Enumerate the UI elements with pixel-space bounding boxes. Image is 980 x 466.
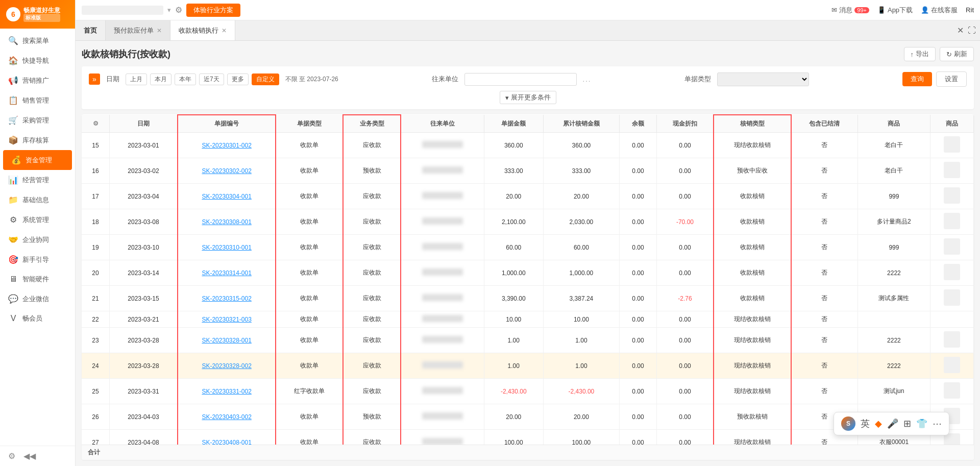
ft-dot-icon[interactable]: ◆ <box>875 418 882 429</box>
collapse-icon[interactable]: ◀◀ <box>23 451 36 461</box>
dropdown-icon[interactable]: ▾ <box>167 6 171 14</box>
date-7-days[interactable]: 近7天 <box>199 73 224 85</box>
sidebar-icon-4: 🛒 <box>8 115 18 125</box>
refresh-button[interactable]: ↻ 刷新 <box>940 47 974 61</box>
td-doc-no[interactable]: SK-20230308-001 <box>178 209 276 235</box>
sidebar-item-0[interactable]: 🔍搜索菜单 <box>0 31 75 51</box>
th-biz-type[interactable]: 业务类型 <box>343 115 401 133</box>
th-product[interactable]: 商品 <box>858 115 930 133</box>
td-doc-no[interactable]: SK-20230328-001 <box>178 328 276 353</box>
sidebar-item-7[interactable]: 📊经营管理 <box>0 170 75 190</box>
td-product: 测试jun <box>858 379 930 404</box>
td-product: 老白干 <box>858 133 930 158</box>
tab-prepayment-close[interactable]: ✕ <box>157 27 162 34</box>
messages-badge: 99+ <box>854 7 869 13</box>
ft-dots-icon[interactable]: ⋯ <box>933 418 942 429</box>
td-no: 21 <box>82 286 110 311</box>
th-balance[interactable]: 余额 <box>620 115 656 133</box>
sidebar-item-3[interactable]: 📋销售管理 <box>0 90 75 110</box>
online-service-button[interactable]: 👤 在线客服 <box>921 6 958 15</box>
td-biz-type: 应收款 <box>343 209 401 235</box>
sidebar-label-6: 资金管理 <box>26 156 52 165</box>
sidebar-item-10[interactable]: 🤝企业协同 <box>0 230 75 250</box>
sidebar-item-1[interactable]: 🏠快捷导航 <box>0 51 75 70</box>
td-date: 2023-03-15 <box>110 286 178 311</box>
td-doc-no[interactable]: SK-20230328-002 <box>178 353 276 379</box>
ft-grid-icon[interactable]: ⊞ <box>903 418 911 429</box>
tab-verify[interactable]: 收款核销执行 ✕ <box>170 20 235 40</box>
export-button[interactable]: ↑ 导出 <box>904 47 936 61</box>
sidebar-item-6[interactable]: 💰资金管理 <box>3 150 72 170</box>
table-wrap[interactable]: ⚙ 日期 单据编号 单据类型 业务类型 往来单位 单据金额 累计核销金额 余额 … <box>82 114 974 445</box>
sidebar-label-10: 企业协同 <box>22 235 49 244</box>
tab-verify-close[interactable]: ✕ <box>222 27 227 34</box>
td-included: 否 <box>791 133 858 158</box>
expand-conditions-button[interactable]: ▾ 展开更多条件 <box>500 91 556 104</box>
ft-shirt-icon[interactable]: 👕 <box>916 418 927 429</box>
tab-home[interactable]: 首页 <box>76 20 106 40</box>
sidebar-item-2[interactable]: 📢营销推广 <box>0 70 75 90</box>
td-doc-no[interactable]: SK-20230301-002 <box>178 133 276 158</box>
td-partner <box>401 430 484 445</box>
th-cumulative[interactable]: 累计核销金额 <box>543 115 620 133</box>
date-more[interactable]: 更多 <box>227 73 249 85</box>
tab-close-all-icon[interactable]: ✕ <box>957 26 964 35</box>
td-doc-no[interactable]: SK-20230403-002 <box>178 404 276 430</box>
date-this-year[interactable]: 本年 <box>175 73 196 85</box>
sidebar-item-9[interactable]: ⚙系统管理 <box>0 210 75 230</box>
td-doc-no[interactable]: SK-20230315-002 <box>178 286 276 311</box>
sidebar-item-12[interactable]: 🖥智能硬件 <box>0 269 75 289</box>
tab-expand-icon[interactable]: ⛶ <box>968 26 976 35</box>
sidebar-item-11[interactable]: 🎯新手引导 <box>0 250 75 269</box>
td-cumulative: 20.00 <box>543 404 620 430</box>
solution-button[interactable]: 体验行业方案 <box>186 4 240 17</box>
query-button[interactable]: 查询 <box>902 72 932 86</box>
table-row: 19 2023-03-10 SK-20230310-001 收款单 应收款 60… <box>82 235 974 260</box>
th-partner[interactable]: 往来单位 <box>401 115 484 133</box>
ft-text-icon[interactable]: 英 <box>861 418 870 430</box>
partner-input[interactable] <box>464 73 577 86</box>
sidebar-item-4[interactable]: 🛒采购管理 <box>0 110 75 130</box>
setting-button[interactable]: 设置 <box>936 71 967 87</box>
td-balance: 0.00 <box>620 133 656 158</box>
th-product2[interactable]: 商品 <box>930 115 973 133</box>
td-date: 2023-03-14 <box>110 260 178 286</box>
td-doc-no[interactable]: SK-20230408-001 <box>178 430 276 445</box>
td-balance: 0.00 <box>620 379 656 404</box>
td-doc-no[interactable]: SK-20230310-001 <box>178 235 276 260</box>
td-doc-no[interactable]: SK-20230304-001 <box>178 184 276 209</box>
td-doc-no[interactable]: SK-20230331-002 <box>178 379 276 404</box>
date-this-month[interactable]: 本月 <box>150 73 172 85</box>
td-doc-no[interactable]: SK-20230321-003 <box>178 311 276 328</box>
sidebar-item-8[interactable]: 📁基础信息 <box>0 190 75 210</box>
th-amount[interactable]: 单据金额 <box>484 115 544 133</box>
sidebar-item-14[interactable]: V畅会员 <box>0 309 75 328</box>
sidebar-item-5[interactable]: 📦库存核算 <box>0 130 75 150</box>
td-no: 25 <box>82 379 110 404</box>
product-thumbnail <box>944 238 960 255</box>
tab-prepayment[interactable]: 预付款应付单 ✕ <box>106 20 170 40</box>
settings-icon[interactable]: ⚙ <box>8 451 15 461</box>
date-last-month[interactable]: 上月 <box>126 73 147 85</box>
ft-mic-icon[interactable]: 🎤 <box>887 418 898 429</box>
gear-icon[interactable]: ⚙ <box>175 5 182 15</box>
td-verify-type: 预收中应收 <box>714 158 791 184</box>
th-settings[interactable]: ⚙ <box>82 115 110 133</box>
doc-type-select[interactable] <box>717 72 809 86</box>
td-biz-type: 应收款 <box>343 328 401 353</box>
product-thumbnail <box>944 331 960 348</box>
td-doc-no[interactable]: SK-20230302-002 <box>178 158 276 184</box>
messages-button[interactable]: ✉ 消息 99+ <box>831 6 869 15</box>
th-verify-type[interactable]: 核销类型 <box>714 115 791 133</box>
th-date[interactable]: 日期 <box>110 115 178 133</box>
date-custom[interactable]: 自定义 <box>252 73 279 85</box>
td-doc-no[interactable]: SK-20230314-001 <box>178 260 276 286</box>
sidebar-item-13[interactable]: 💬企业微信 <box>0 289 75 309</box>
th-doc-type[interactable]: 单据类型 <box>276 115 343 133</box>
td-product-thumb <box>930 209 973 235</box>
app-download-button[interactable]: 📱 App下载 <box>877 6 913 15</box>
filter-toggle-button[interactable]: » <box>89 73 100 85</box>
th-discount[interactable]: 现金折扣 <box>656 115 714 133</box>
th-included[interactable]: 包含已结清 <box>791 115 858 133</box>
th-doc-no[interactable]: 单据编号 <box>178 115 276 133</box>
